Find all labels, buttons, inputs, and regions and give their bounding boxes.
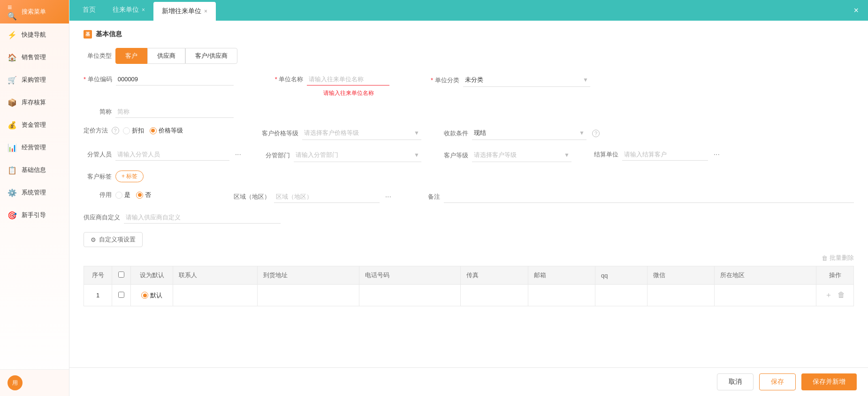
finance-icon: 💰 <box>8 120 17 130</box>
settlement-more-btn[interactable]: ··· <box>712 150 722 159</box>
manager-input[interactable] <box>115 148 229 161</box>
settlement-label: 结算单位 <box>590 150 618 159</box>
sidebar-item-operations[interactable]: 📊 经营管理 <box>0 136 69 159</box>
default-radio-item[interactable]: 默认 <box>137 291 167 300</box>
default-radio[interactable] <box>141 292 148 299</box>
pricing-discount-radio[interactable] <box>123 127 130 134</box>
tab-partners-close[interactable]: × <box>142 7 145 13</box>
sidebar-item-base[interactable]: 📋 基础信息 <box>0 159 69 181</box>
th-region: 所在地区 <box>715 266 816 285</box>
tab-new-partner[interactable]: 新增往来单位 × <box>153 2 216 21</box>
th-fax: 传真 <box>461 266 528 285</box>
remarks-label: 备注 <box>412 193 440 201</box>
manager-more-btn[interactable]: ··· <box>233 150 243 159</box>
sidebar-item-inventory[interactable]: 📦 库存核算 <box>0 91 69 114</box>
region-input[interactable] <box>274 191 380 203</box>
chevron-down-icon: ▼ <box>583 77 588 83</box>
customer-level-select[interactable]: 请选择客户等级 ▼ <box>472 148 571 162</box>
payment-help-icon[interactable]: ? <box>592 130 600 137</box>
row-contact <box>173 285 258 306</box>
unit-name-label: * 单位名称 <box>275 75 304 84</box>
unit-code-label: * 单位编码 <box>84 75 112 84</box>
purchase-icon: 🛒 <box>8 75 17 85</box>
payment-terms-label: 收款条件 <box>440 129 468 138</box>
main-area: 首页 往来单位 × 新增往来单位 × × 基 基本信息 单位类型 客户 供应商 … <box>69 0 868 396</box>
avatar: 用 <box>8 375 23 390</box>
sidebar-item-finance[interactable]: 💰 资金管理 <box>0 114 69 136</box>
unit-btn-supplier[interactable]: 供应商 <box>147 48 185 64</box>
system-icon: ⚙️ <box>8 188 17 197</box>
disabled-yes[interactable]: 是 <box>115 191 130 199</box>
cancel-button[interactable]: 取消 <box>717 373 754 390</box>
pricing-discount[interactable]: 折扣 <box>123 126 144 135</box>
customer-tag-label: 客户标签 <box>84 172 112 181</box>
row-add-button[interactable]: ＋ <box>823 289 834 301</box>
payment-terms-select[interactable]: 现结 ▼ <box>472 126 586 140</box>
sidebar-inventory-label: 库存核算 <box>22 98 46 107</box>
default-label: 默认 <box>150 291 162 300</box>
tab-partners[interactable]: 往来单位 × <box>104 0 153 21</box>
disabled-no-radio[interactable] <box>136 192 143 199</box>
manager-field: 分管人员 ··· <box>84 148 243 161</box>
customer-price-level-select[interactable]: 请选择客户价格等级 ▼ <box>302 126 421 140</box>
row-checkbox <box>112 285 131 306</box>
tab-home[interactable]: 首页 <box>74 0 104 21</box>
dept-label: 分管部门 <box>262 151 290 160</box>
unit-code-field: * 单位编码 <box>84 73 234 85</box>
table-header-row: 序号 设为默认 联系人 到货地址 电话号码 传真 邮箱 qq 微信 所在地区 操… <box>84 266 854 285</box>
pricing-method-label: 定价方法 ? <box>84 126 119 135</box>
sidebar-item-purchase[interactable]: 🛒 采购管理 <box>0 69 69 91</box>
chevron-down-icon3: ▼ <box>579 130 585 136</box>
row-region <box>715 285 816 306</box>
base-icon: 📋 <box>8 165 17 175</box>
manager-row: 分管人员 ··· 分管部门 请输入分管部门 ▼ 客户等级 请选择客户等级 ▼ 结… <box>84 148 854 162</box>
th-checkbox <box>112 266 131 285</box>
disabled-no[interactable]: 否 <box>136 191 151 199</box>
sidebar-item-newbie[interactable]: 🎯 新手引导 <box>0 204 69 226</box>
tab-home-label: 首页 <box>83 6 96 14</box>
sidebar-item-system[interactable]: ⚙️ 系统管理 <box>0 181 69 204</box>
customer-level-field: 客户等级 请选择客户等级 ▼ <box>440 148 571 162</box>
sidebar-item-search[interactable]: ≡🔍 搜索菜单 <box>0 0 69 23</box>
payment-terms-field: 收款条件 现结 ▼ ? <box>440 126 600 140</box>
disabled-yes-radio[interactable] <box>115 192 122 199</box>
abbr-row: 简称 <box>84 106 854 118</box>
disabled-label: 停用 <box>84 191 112 199</box>
add-tag-button[interactable]: + 标签 <box>115 171 144 182</box>
pricing-price-level[interactable]: 价格等级 <box>150 126 183 135</box>
unit-category-select[interactable]: 未分类 ▼ <box>463 73 590 87</box>
save-button[interactable]: 保存 <box>759 373 796 390</box>
supplier-custom-input[interactable] <box>124 211 281 224</box>
pricing-method-field: 定价方法 ? 折扣 价格等级 <box>84 126 243 135</box>
unit-btn-customer[interactable]: 客户 <box>115 48 147 64</box>
pricing-help-icon[interactable]: ? <box>112 127 119 134</box>
unit-name-input[interactable] <box>307 73 389 85</box>
sidebar-operations-label: 经营管理 <box>22 143 46 152</box>
sidebar: ≡🔍 搜索菜单 ⚡ 快捷导航 🏠 销售管理 🛒 采购管理 📦 库存核算 💰 资金… <box>0 0 69 396</box>
remarks-input[interactable] <box>444 191 854 203</box>
sidebar-finance-label: 资金管理 <box>22 121 46 129</box>
select-all-checkbox[interactable] <box>118 272 124 278</box>
region-label: 区域（地区） <box>234 193 270 201</box>
search-icon: ≡🔍 <box>8 7 17 16</box>
sidebar-item-quicknav[interactable]: ⚡ 快捷导航 <box>0 23 69 46</box>
settlement-input[interactable] <box>622 148 708 161</box>
region-more-btn[interactable]: ··· <box>383 193 393 201</box>
form-footer: 取消 保存 保存并新增 <box>69 367 868 396</box>
row-delete-button[interactable]: 🗑 <box>836 290 847 300</box>
custom-settings-button[interactable]: ⚙ 自定义项设置 <box>84 232 143 247</box>
settlement-field: 结算单位 ··· <box>590 148 722 161</box>
pricing-price-level-radio[interactable] <box>150 127 157 134</box>
abbr-input[interactable] <box>115 106 234 118</box>
unit-code-input[interactable] <box>116 73 234 85</box>
sidebar-purchase-label: 采购管理 <box>22 76 46 84</box>
tab-new-partner-close[interactable]: × <box>204 8 207 15</box>
save-new-button[interactable]: 保存并新增 <box>801 373 857 390</box>
contact-table: 序号 设为默认 联系人 到货地址 电话号码 传真 邮箱 qq 微信 所在地区 操… <box>84 266 854 306</box>
unit-btn-both[interactable]: 客户/供应商 <box>185 48 237 64</box>
dept-select[interactable]: 请输入分管部门 ▼ <box>294 148 421 162</box>
tab-bar-close-all[interactable]: × <box>849 0 863 21</box>
sidebar-item-sales[interactable]: 🏠 销售管理 <box>0 46 69 69</box>
row-checkbox-input[interactable] <box>118 292 124 298</box>
th-wechat: 微信 <box>647 266 714 285</box>
